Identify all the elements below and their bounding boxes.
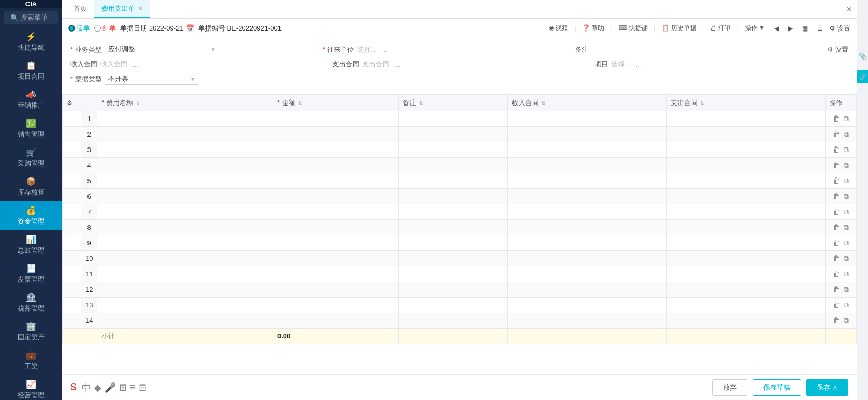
row-income-contract-cell[interactable] [507, 127, 666, 142]
row-income-contract-cell[interactable] [507, 251, 666, 266]
row-expense-name-cell[interactable] [97, 220, 273, 235]
row-income-contract-cell[interactable] [507, 282, 666, 298]
row-income-contract-cell[interactable] [507, 111, 666, 127]
row-amount-cell[interactable] [273, 173, 399, 189]
delete-row-icon[interactable]: 🗑 [833, 301, 840, 309]
row-expense-contract-cell[interactable] [666, 235, 825, 251]
delete-row-icon[interactable]: 🗑 [833, 130, 840, 138]
row-memo-cell[interactable] [399, 313, 507, 329]
row-expense-contract-cell[interactable] [666, 298, 825, 313]
row-expense-contract-cell[interactable] [666, 127, 825, 142]
footer-icon-grid[interactable]: ⊞ [119, 382, 127, 393]
sidebar-item-invoice[interactable]: 🧾 发票管理 [0, 259, 62, 288]
help-btn[interactable]: ❓ 帮助 [579, 23, 607, 34]
copy-row-icon[interactable]: ⧉ [844, 114, 849, 123]
row-income-contract-cell[interactable] [507, 158, 666, 173]
row-memo-cell[interactable] [399, 173, 507, 189]
sidebar-item-accounting[interactable]: 📊 总账管理 [0, 230, 62, 259]
discard-button[interactable]: 放弃 [712, 379, 747, 396]
project-input[interactable]: 选择... [611, 60, 630, 69]
row-expense-name-cell[interactable] [97, 142, 273, 158]
row-memo-cell[interactable] [399, 142, 507, 158]
sidebar-item-sales[interactable]: 💹 销售管理 [0, 114, 62, 143]
row-expense-name-cell[interactable] [97, 204, 273, 220]
grid-view-btn[interactable]: ▦ [799, 24, 811, 33]
row-expense-name-cell[interactable] [97, 282, 273, 298]
invoice-type-select[interactable]: 不开票 ▼ [105, 73, 198, 85]
sidebar-item-salary[interactable]: 💼 工资 [0, 346, 62, 375]
next-btn[interactable]: ▶ [785, 24, 796, 33]
tab-expense-form[interactable]: 费用支出单 ✕ [94, 0, 150, 18]
row-expense-contract-cell[interactable] [666, 173, 825, 189]
amount-sort-icon[interactable]: ⇅ [298, 101, 302, 106]
delete-row-icon[interactable]: 🗑 [833, 316, 840, 324]
row-expense-contract-cell[interactable] [666, 142, 825, 158]
row-expense-name-cell[interactable] [97, 173, 273, 189]
income-contract-input[interactable]: 收入合同 [100, 60, 127, 69]
radio-blue-input[interactable] [68, 25, 75, 32]
sidebar-item-purchase[interactable]: 🛒 采购管理 [0, 143, 62, 172]
copy-row-icon[interactable]: ⧉ [844, 270, 849, 278]
window-close-icon[interactable]: ✕ [846, 5, 852, 13]
row-expense-name-cell[interactable] [97, 235, 273, 251]
delete-row-icon[interactable]: 🗑 [833, 223, 840, 231]
row-memo-cell[interactable] [399, 204, 507, 220]
set-button[interactable]: ⚙ 设置 [829, 24, 850, 33]
row-memo-cell[interactable] [399, 282, 507, 298]
row-expense-contract-cell[interactable] [666, 282, 825, 298]
row-amount-cell[interactable] [273, 298, 399, 313]
memo-input[interactable] [592, 44, 747, 55]
tab-home[interactable]: 首页 [66, 0, 94, 18]
row-amount-cell[interactable] [273, 204, 399, 220]
row-memo-cell[interactable] [399, 298, 507, 313]
delete-row-icon[interactable]: 🗑 [833, 176, 840, 185]
row-amount-cell[interactable] [273, 189, 399, 204]
income-contract-sort-icon[interactable]: ⇅ [541, 101, 546, 106]
footer-icon-zhong[interactable]: 中 [82, 381, 91, 394]
row-income-contract-cell[interactable] [507, 298, 666, 313]
memo-sort-icon[interactable]: ⇅ [419, 101, 423, 106]
right-panel-attachment-icon[interactable]: 📎 [859, 52, 866, 60]
copy-row-icon[interactable]: ⧉ [844, 316, 849, 324]
delete-row-icon[interactable]: 🗑 [833, 192, 840, 200]
radio-red-input[interactable] [94, 25, 101, 32]
delete-row-icon[interactable]: 🗑 [833, 270, 840, 278]
save-draft-button[interactable]: 保存草稿 [753, 379, 801, 396]
copy-row-icon[interactable]: ⧉ [844, 254, 849, 262]
delete-row-icon[interactable]: 🗑 [833, 161, 840, 169]
row-expense-contract-cell[interactable] [666, 251, 825, 266]
col-expense-contract[interactable]: 支出合同 ⇅ [666, 95, 825, 111]
row-expense-contract-cell[interactable] [666, 158, 825, 173]
copy-row-icon[interactable]: ⧉ [844, 176, 849, 185]
row-amount-cell[interactable] [273, 111, 399, 127]
print-btn[interactable]: 🖨 打印 [707, 23, 733, 34]
row-memo-cell[interactable] [399, 127, 507, 142]
row-expense-name-cell[interactable] [97, 266, 273, 282]
row-expense-name-cell[interactable] [97, 313, 273, 329]
row-amount-cell[interactable] [273, 220, 399, 235]
sidebar-item-fixed-assets[interactable]: 🏢 固定资产 [0, 317, 62, 346]
copy-row-icon[interactable]: ⧉ [844, 192, 849, 200]
date-value[interactable]: 2022-09-21 [149, 24, 184, 32]
sidebar-item-business[interactable]: 📈 经营管理 [0, 375, 62, 400]
col-expense-name[interactable]: * 费用名称 ⇅ [97, 95, 273, 111]
delete-row-icon[interactable]: 🗑 [833, 145, 840, 154]
project-dots[interactable]: ... [636, 61, 641, 68]
row-memo-cell[interactable] [399, 158, 507, 173]
delete-row-icon[interactable]: 🗑 [833, 239, 840, 247]
row-expense-name-cell[interactable] [97, 111, 273, 127]
radio-red-option[interactable]: 红单 [94, 24, 116, 33]
save-button[interactable]: 保存 ∧ [806, 379, 848, 396]
expense-name-sort-icon[interactable]: ⇅ [136, 101, 140, 106]
copy-row-icon[interactable]: ⧉ [844, 145, 849, 154]
footer-icon-mic[interactable]: 🎤 [105, 382, 116, 393]
video-btn[interactable]: ◉ 视频 [546, 23, 571, 34]
row-income-contract-cell[interactable] [507, 220, 666, 235]
row-memo-cell[interactable] [399, 220, 507, 235]
row-amount-cell[interactable] [273, 235, 399, 251]
row-amount-cell[interactable] [273, 158, 399, 173]
col-income-contract[interactable]: 收入合同 ⇅ [507, 95, 666, 111]
row-memo-cell[interactable] [399, 235, 507, 251]
shortcuts-btn[interactable]: ⌨ 快捷键 [615, 23, 651, 34]
col-amount[interactable]: * 金额 ⇅ [273, 95, 399, 111]
